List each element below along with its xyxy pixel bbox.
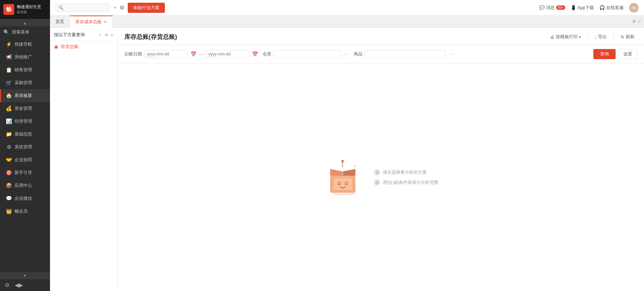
- topbar-search-icon: 🔍: [58, 5, 64, 10]
- date-start-input[interactable]: [144, 50, 188, 58]
- sidebar-item-purchase[interactable]: 🛒 采购管理: [0, 76, 50, 89]
- header-divider-2: [614, 34, 614, 40]
- sidebar-item-basic[interactable]: 📁 基础信息: [0, 128, 50, 141]
- tab-panel-expand-btn[interactable]: ⤢: [638, 19, 641, 24]
- search-action-area: 查询 设置: [593, 49, 637, 59]
- headset-icon: 🎧: [599, 5, 605, 10]
- tab-bar: 首页 库存成本总账 ✕ ✕ ⤢: [50, 16, 644, 28]
- page-title: 库存总账(存货总账): [124, 33, 177, 41]
- sidebar-item-label: 快捷导航: [15, 41, 32, 47]
- app-name: 畅捷通好生意: [17, 4, 41, 10]
- sidebar-item-sales[interactable]: 📋 销售管理: [0, 64, 50, 76]
- tab-panel-close-btn[interactable]: ✕: [632, 18, 636, 25]
- filter-sidebar: 按以下方案查询 ＋ ✕ « ◉ 存货总账: [50, 28, 118, 291]
- sidebar-item-label: 销售管理: [15, 67, 32, 73]
- sidebar-item-marketing[interactable]: 📢 营销推广: [0, 51, 50, 64]
- date-separator: —: [199, 52, 203, 57]
- sidebar-item-wechat[interactable]: 💬 企业微信: [0, 192, 50, 205]
- empty-tip-1: 1 请先选择要分析的方案: [374, 169, 438, 175]
- empty-tip-2: 2 用[过滤]条件来缩小分析范围: [374, 179, 438, 186]
- print-btn[interactable]: 🖨 按模板打印 ▾: [547, 32, 584, 41]
- print-btn-label: 按模板打印: [556, 34, 578, 40]
- date-field: 记账日期 📅 — 📅: [124, 50, 258, 58]
- date-end-calendar-icon[interactable]: 📅: [251, 51, 258, 57]
- tab-inventory-cost-label: 库存成本总账: [75, 19, 102, 25]
- user-avatar[interactable]: Rit: [629, 3, 639, 13]
- export-icon: ↓: [595, 34, 597, 40]
- tab-inventory-cost[interactable]: 库存成本总账 ✕: [70, 16, 113, 28]
- sidebar-item-inventory[interactable]: 🏠 库存核算: [0, 89, 50, 102]
- filter-delete-btn[interactable]: ✕: [104, 32, 108, 38]
- refresh-icon: ↻: [621, 34, 624, 40]
- product-label: 商品: [354, 51, 363, 57]
- sidebar-item-label: 应用中心: [15, 183, 32, 189]
- collapse-icon[interactable]: ◀▶: [15, 282, 23, 288]
- tip-text-2: 用[过滤]条件来缩小分析范围: [383, 179, 438, 186]
- topbar-online-support[interactable]: 🎧 在线客服: [599, 5, 624, 11]
- export-btn[interactable]: ↓ 导出: [592, 32, 610, 41]
- sidebar-item-label: 企业协同: [15, 157, 32, 163]
- trial-button[interactable]: 体验行业方案: [128, 3, 165, 13]
- filter-item-inventory-ledger[interactable]: ◉ 存货总账: [50, 41, 117, 52]
- product-input[interactable]: [365, 50, 446, 58]
- app-download-label: App下载: [577, 5, 594, 11]
- topbar-dropdown-icon[interactable]: ▾: [114, 5, 116, 10]
- warehouse-more-btn[interactable]: ···: [343, 50, 350, 58]
- sidebar-item-operation[interactable]: 📊 经营管理: [0, 115, 50, 128]
- filter-item-label: 存货总账: [61, 44, 78, 50]
- sidebar-item-newbie[interactable]: 🎯 新手引导: [0, 166, 50, 179]
- settings-icon[interactable]: ⚙: [5, 282, 9, 288]
- tip-text-1: 请先选择要分析的方案: [383, 169, 427, 175]
- date-end-input[interactable]: [205, 50, 249, 58]
- sidebar-item-label: 资金管理: [15, 105, 32, 112]
- sidebar-item-enterprise[interactable]: 🤝 企业协同: [0, 153, 50, 166]
- user-name: Rit: [631, 6, 636, 10]
- sidebar-item-label: 系统管理: [15, 144, 32, 150]
- sidebar-item-label: 畅会员: [15, 208, 28, 214]
- system-icon: ⚙: [6, 144, 12, 150]
- sidebar-scroll-down[interactable]: ▼: [0, 272, 50, 279]
- topbar-search-area[interactable]: 🔍: [55, 4, 109, 12]
- sidebar-item-label: 新手引导: [15, 170, 32, 176]
- topbar: 🔍 ▾ ⚙ 体验行业方案 💬 消息 99+ 📱 App下载 🎧 在线客服 Rit: [50, 0, 644, 16]
- print-icon: 🖨: [550, 34, 554, 40]
- operation-icon: 📊: [6, 118, 12, 124]
- sidebar-item-quick-nav[interactable]: ⚡ 快捷导航: [0, 38, 50, 51]
- warehouse-input[interactable]: [273, 50, 341, 58]
- tab-home[interactable]: 首页: [50, 16, 70, 28]
- print-dropdown-icon: ▾: [579, 35, 581, 39]
- sidebar-item-member[interactable]: 👑 畅会员: [0, 205, 50, 218]
- sidebar-scroll-up[interactable]: ▲: [0, 19, 50, 26]
- sidebar-search-item[interactable]: 🔍 搜索菜单: [0, 26, 50, 38]
- phone-icon: 📱: [571, 5, 576, 10]
- empty-illustration: ✦ ✧: [323, 157, 364, 198]
- topbar-gear-icon[interactable]: ⚙: [120, 4, 124, 11]
- empty-state: ✦ ✧ 1 请先选择要分析的方案 2 用[过滤]条件来缩小分析范围: [118, 64, 644, 291]
- filter-collapse-btn[interactable]: «: [110, 32, 113, 38]
- svg-point-5: [339, 183, 340, 184]
- product-more-btn[interactable]: ···: [448, 50, 454, 58]
- topbar-app-download[interactable]: 📱 App下载: [571, 5, 594, 11]
- tip-number-1: 1: [374, 169, 380, 175]
- refresh-btn-label: 刷新: [626, 34, 635, 40]
- query-btn[interactable]: 查询: [593, 49, 616, 59]
- warehouse-field: 仓库 ···: [263, 50, 350, 58]
- newbie-icon: 🎯: [6, 170, 12, 176]
- date-start-calendar-icon[interactable]: 📅: [190, 51, 197, 57]
- sidebar-item-system[interactable]: ⚙ 系统管理: [0, 141, 50, 153]
- topbar-message[interactable]: 💬 消息 99+: [539, 5, 565, 11]
- search-settings-btn[interactable]: 设置: [618, 49, 637, 59]
- sidebar-item-finance[interactable]: 💰 资金管理: [0, 102, 50, 115]
- tip-number-2: 2: [374, 179, 380, 186]
- filter-add-btn[interactable]: ＋: [98, 32, 102, 38]
- refresh-btn[interactable]: ↻ 刷新: [618, 32, 637, 41]
- sidebar-item-label: 企业微信: [15, 195, 32, 201]
- svg-text:✧: ✧: [327, 171, 329, 175]
- inventory-ledger-icon: ◉: [54, 44, 58, 49]
- tab-close-icon[interactable]: ✕: [104, 20, 107, 24]
- sidebar-item-appstore[interactable]: 📦 应用中心: [0, 179, 50, 192]
- topbar-right: 💬 消息 99+ 📱 App下载 🎧 在线客服 Rit: [539, 3, 639, 13]
- search-bar: 记账日期 📅 — 📅 仓库 ··· 商品 ···: [118, 45, 644, 64]
- filter-header: 按以下方案查询 ＋ ✕ «: [50, 32, 117, 41]
- sidebar: 畅 畅捷通好生意 标准版 ▲ 🔍 搜索菜单 ⚡ 快捷导航 📢 营销推广 📋 销售…: [0, 0, 50, 291]
